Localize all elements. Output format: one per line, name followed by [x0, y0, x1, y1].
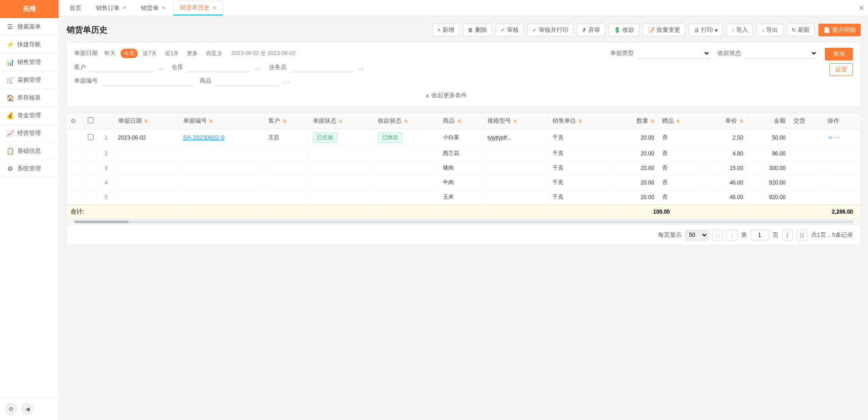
column-settings-icon[interactable]: ⚙ — [70, 117, 76, 125]
date-tag-1month[interactable]: 近1月 — [162, 49, 182, 58]
staff-picker-icon[interactable]: … — [357, 63, 365, 71]
per-page-select[interactable]: 50 100 — [685, 230, 708, 240]
audit-button[interactable]: ✓ 审核 — [496, 24, 524, 36]
customer-input[interactable] — [90, 62, 153, 72]
cell-doc-status — [309, 161, 374, 175]
date-tag-7days[interactable]: 近7天 — [140, 49, 160, 58]
product-input[interactable] — [215, 76, 279, 86]
sidebar-item-purchase-mgmt[interactable]: 🛒 采购管理 — [0, 71, 59, 89]
tab-sales-delivery[interactable]: 销货单 ✕ — [134, 1, 172, 15]
sidebar-item-search-menu[interactable]: ☰ 搜索菜单 — [0, 18, 59, 36]
doc-no-input[interactable] — [101, 76, 192, 86]
tab-sales-history-close[interactable]: ✕ — [212, 5, 216, 11]
tabs-close-all[interactable]: ✕ — [858, 4, 864, 12]
cell-transaction — [789, 161, 823, 175]
cell-row-num: 5 — [98, 190, 114, 205]
tab-home[interactable]: 首页 — [63, 1, 88, 15]
sidebar-item-basic-info[interactable]: 📋 基础信息 — [0, 142, 59, 160]
doc-date-label: 单据日期 — [74, 49, 98, 57]
staff-input[interactable] — [290, 62, 354, 72]
cell-amount: 300.00 — [747, 161, 789, 175]
tab-sales-delivery-close[interactable]: ✕ — [161, 5, 166, 11]
col-doc-no[interactable]: 单据编号 ⇅ — [179, 113, 265, 129]
col-qty[interactable]: 数量 ⇅ — [614, 113, 658, 129]
collect-status-select[interactable] — [745, 48, 818, 59]
col-customer[interactable]: 客户 ⇅ — [265, 113, 309, 129]
staff-label: 业务员 — [269, 63, 286, 71]
tab-home-label: 首页 — [70, 4, 81, 12]
col-gift[interactable]: 赠品 ⇅ — [658, 113, 702, 129]
new-button[interactable]: + 新增 — [432, 24, 459, 36]
tab-sales-history[interactable]: 销货单历史 ✕ — [173, 1, 223, 15]
customer-picker-icon[interactable]: … — [157, 63, 164, 71]
prev-page-button[interactable]: ⟨ — [727, 230, 738, 240]
cell-gift: 否 — [658, 190, 702, 205]
cell-doc-no — [179, 146, 265, 161]
collapse-button[interactable]: ∧ 收起更多条件 — [423, 90, 469, 101]
select-all-checkbox[interactable] — [88, 117, 94, 123]
edit-action[interactable]: ✏ — [828, 135, 833, 141]
sidebar-item-sales-mgmt[interactable]: 📊 销售管理 — [0, 54, 59, 71]
date-tag-today[interactable]: 今天 — [120, 49, 138, 58]
sidebar-item-finance-mgmt[interactable]: 💰 资金管理 — [0, 107, 59, 125]
delete-button[interactable]: 🗑 删除 — [463, 24, 492, 36]
delete-icon: 🗑 — [468, 27, 473, 33]
warehouse-input[interactable] — [187, 62, 251, 72]
cell-row-num: 4 — [98, 175, 114, 190]
col-doc-status[interactable]: 单据状态 ⇅ — [309, 113, 374, 129]
main-area: 首页 销售订单 ✕ 销货单 ✕ 销货单历史 ✕ ✕ 销货单历史 + 新增 — [59, 0, 868, 420]
date-tag-yesterday[interactable]: 昨天 — [101, 49, 119, 58]
sort-doc-status-icon: ⇅ — [339, 119, 342, 124]
sidebar-item-operations-mgmt[interactable]: 📈 经营管理 — [0, 125, 59, 142]
export-button[interactable]: ↓ 导出 — [757, 24, 783, 36]
horizontal-scrollbar[interactable] — [67, 219, 860, 225]
warehouse-picker-icon[interactable]: … — [254, 63, 261, 71]
scrollbar-thumb[interactable] — [74, 220, 129, 223]
doc-no-link[interactable]: SA-20230602-0 — [183, 134, 225, 141]
doc-type-select[interactable] — [637, 48, 710, 59]
abandon-icon: ✗ — [582, 27, 587, 33]
first-page-button[interactable]: ⟨⟨ — [712, 230, 723, 240]
audit-print-button[interactable]: ✓ 审核并打印 — [527, 24, 573, 36]
product-label: 商品 — [200, 77, 211, 85]
sidebar-collapse-btn[interactable]: ◀ — [21, 403, 34, 415]
sort-customer-icon: ⇅ — [283, 119, 286, 124]
col-unit[interactable]: 销售单位 ⇅ — [549, 113, 614, 129]
cell-collect-status — [374, 190, 439, 205]
sidebar-item-system-mgmt[interactable]: ⚙ 系统管理 — [0, 160, 59, 178]
audit-print-label: 审核并打印 — [539, 26, 568, 34]
col-spec[interactable]: 规格型号 ⇅ — [484, 113, 549, 129]
print-button[interactable]: 🖨 打印 ▾ — [689, 24, 723, 36]
product-picker-icon[interactable]: … — [282, 77, 290, 85]
sidebar-item-inventory[interactable]: 🏠 库存核算 — [0, 89, 59, 107]
col-unit-price[interactable]: 单价 ⇅ — [702, 113, 747, 129]
row-checkbox[interactable] — [88, 134, 94, 140]
col-amount-label: 金额 — [774, 117, 786, 124]
col-collect-status[interactable]: 收款状态 ⇅ — [374, 113, 439, 129]
col-action-label: 操作 — [828, 117, 839, 124]
col-doc-date[interactable]: 单据日期 ⇅ — [114, 113, 179, 129]
collect-button[interactable]: 💲 收款 — [609, 24, 639, 36]
date-tag-custom[interactable]: 自定义 — [203, 49, 226, 58]
show-detail-button[interactable]: 📄 显示明细 — [818, 24, 861, 36]
next-page-button[interactable]: ⟩ — [782, 230, 793, 240]
sidebar-settings-btn[interactable]: ⚙ — [5, 403, 17, 415]
tab-sales-order-close[interactable]: ✕ — [122, 5, 126, 11]
import-button[interactable]: ↑ 导入 — [727, 24, 753, 36]
filter-product: 商品 … — [200, 76, 290, 86]
sidebar-logo: 拓维 — [0, 0, 59, 18]
refresh-button[interactable]: ↻ 刷新 — [787, 24, 815, 36]
last-page-button[interactable]: ⟩⟩ — [797, 230, 808, 240]
more-action[interactable]: ⋯ — [835, 135, 840, 141]
page-number-input[interactable] — [751, 230, 769, 240]
cell-unit: 千克 — [549, 146, 614, 161]
sidebar-item-quick-nav[interactable]: ⚡ 快捷导航 — [0, 36, 59, 54]
query-button[interactable]: 查询 — [825, 48, 853, 60]
col-product[interactable]: 商品 ⇅ — [439, 113, 484, 129]
col-settings[interactable]: ⚙ — [67, 113, 83, 129]
abandon-button[interactable]: ✗ 弃审 — [577, 24, 605, 36]
date-tag-more[interactable]: 更多 — [184, 49, 201, 58]
batch-change-button[interactable]: 📝 批量变更 — [643, 24, 685, 36]
set-button[interactable]: 设置 — [829, 63, 853, 76]
tab-sales-order[interactable]: 销售订单 ✕ — [89, 1, 133, 15]
